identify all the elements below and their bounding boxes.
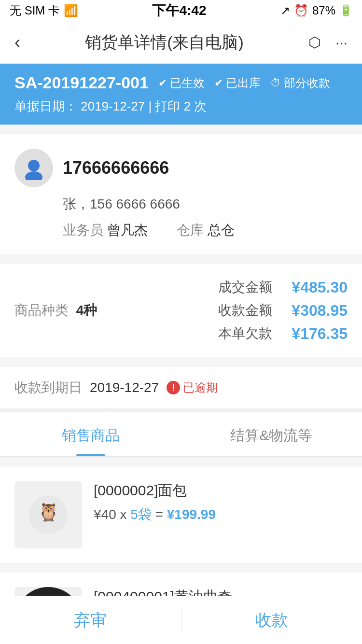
status-time: 下午4:42 [152, 1, 206, 20]
tab-sales-products[interactable]: 销售商品 [0, 412, 181, 456]
pay-amount-row: 收款金额 ¥308.95 [218, 301, 348, 320]
more-button[interactable]: ··· [335, 34, 348, 51]
status-badge-2: ✔ 已出库 [214, 75, 261, 91]
warehouse-label: 仓库 [177, 221, 204, 239]
alarm-icon: ⏰ [294, 4, 308, 17]
customer-avatar [14, 149, 53, 187]
overdue-badge: ! 已逾期 [167, 380, 218, 395]
pay-label: 收款金额 [218, 301, 272, 320]
customer-section: 17666666666 张，156 6666 6666 业务员 曾凡杰 仓库 总… [0, 134, 362, 254]
battery-icon: 🔋 [339, 4, 352, 17]
product-item-1: 🦉 [0000002]面包 ¥40 x 5袋 = ¥199.99 [0, 466, 362, 563]
warehouse-value: 总仓 [208, 221, 235, 239]
product-price-1: ¥40 x 5袋 = ¥199.99 [94, 505, 348, 524]
stats-left: 商品种类 4种 [14, 301, 97, 320]
due-label: 收款到期日 [14, 378, 82, 397]
salesperson-value: 曾凡杰 [107, 221, 148, 239]
separator: | [148, 99, 155, 113]
salesperson-item: 业务员 曾凡杰 [63, 221, 148, 239]
wifi-icon: 📶 [64, 4, 78, 17]
deal-amount-row: 成交金额 ¥485.30 [218, 278, 348, 296]
tab-settlement[interactable]: 结算&物流等 [181, 412, 362, 456]
customer-phone: 17666666666 [63, 158, 169, 178]
order-date: 2019-12-27 [81, 99, 145, 113]
nav-actions: ⬡ ··· [308, 34, 348, 51]
abandon-review-button[interactable]: 弃审 [0, 600, 181, 641]
status-badge-3: ⏱ 部分收款 [270, 75, 330, 91]
type-count: 4种 [76, 303, 97, 318]
pay-value: ¥308.95 [292, 302, 348, 320]
banner-date-row: 单据日期： 2019-12-27 | 打印 2 次 [14, 98, 348, 115]
product-name-1: [0000002]面包 [94, 481, 348, 501]
due-date: 2019-12-27 [90, 380, 159, 395]
warehouse-item: 仓库 总仓 [177, 221, 235, 239]
bottom-bar: 弃审 收款 [0, 596, 362, 644]
print-text: 打印 2 次 [155, 99, 207, 113]
price-base-1: ¥40 [94, 507, 116, 522]
clock-icon: ⏱ [270, 77, 281, 89]
deal-label: 成交金额 [218, 278, 272, 296]
product-info-1: [0000002]面包 ¥40 x 5袋 = ¥199.99 [94, 481, 348, 524]
battery-text: 87% [312, 4, 335, 17]
product-code-1: [0000002] [94, 482, 158, 498]
stats-right: 成交金额 ¥485.30 收款金额 ¥308.95 本单欠款 ¥176.35 [218, 278, 348, 343]
debt-amount-row: 本单欠款 ¥176.35 [218, 324, 348, 343]
tabs: 销售商品 结算&物流等 [0, 412, 362, 457]
salesperson-label: 业务员 [63, 221, 103, 239]
due-section: 收款到期日 2019-12-27 ! 已逾期 [0, 367, 362, 412]
type-label: 商品种类 [14, 303, 69, 318]
svg-point-0 [28, 160, 40, 171]
debt-label: 本单欠款 [218, 324, 272, 343]
stats-section: 商品种类 4种 成交金额 ¥485.30 收款金额 ¥308.95 本单欠款 ¥… [0, 264, 362, 357]
collect-payment-button[interactable]: 收款 [181, 600, 362, 641]
status-badge-1: ✔ 已生效 [158, 75, 205, 91]
overdue-icon: ! [167, 381, 180, 394]
carrier-text: 无 SIM 卡 [10, 3, 60, 18]
header-banner: SA-20191227-001 ✔ 已生效 ✔ 已出库 ⏱ 部分收款 单据日期：… [0, 64, 362, 125]
check-icon-1: ✔ [158, 77, 167, 89]
date-label: 单据日期： [14, 99, 77, 113]
deal-value: ¥485.30 [292, 279, 348, 296]
product-thumb-1: 🦉 [14, 481, 82, 548]
status-right: ↗ ⏰ 87% 🔋 [280, 4, 352, 17]
share-button[interactable]: ⬡ [308, 34, 321, 51]
back-button[interactable]: ‹ [14, 32, 20, 53]
nav-bar: ‹ 销货单详情(来自电脑) ⬡ ··· [0, 21, 362, 64]
svg-text:🦉: 🦉 [38, 502, 59, 522]
customer-contact: 张，156 6666 6666 [14, 195, 348, 213]
location-icon: ↗ [280, 4, 290, 17]
overdue-text: 已逾期 [183, 380, 218, 395]
svg-point-1 [25, 171, 42, 180]
debt-value: ¥176.35 [292, 325, 348, 343]
status-left: 无 SIM 卡 📶 [10, 3, 78, 18]
customer-meta: 业务员 曾凡杰 仓库 总仓 [14, 221, 348, 239]
order-id: SA-20191227-001 [14, 73, 149, 92]
price-qty-1: 5袋 [130, 507, 152, 522]
page-title: 销货单详情(来自电脑) [85, 31, 244, 54]
status-bar: 无 SIM 卡 📶 下午4:42 ↗ ⏰ 87% 🔋 [0, 0, 362, 21]
price-total-1: ¥199.99 [167, 507, 216, 522]
banner-top: SA-20191227-001 ✔ 已生效 ✔ 已出库 ⏱ 部分收款 [14, 73, 348, 92]
check-icon-2: ✔ [214, 77, 223, 89]
customer-top: 17666666666 [14, 149, 348, 187]
